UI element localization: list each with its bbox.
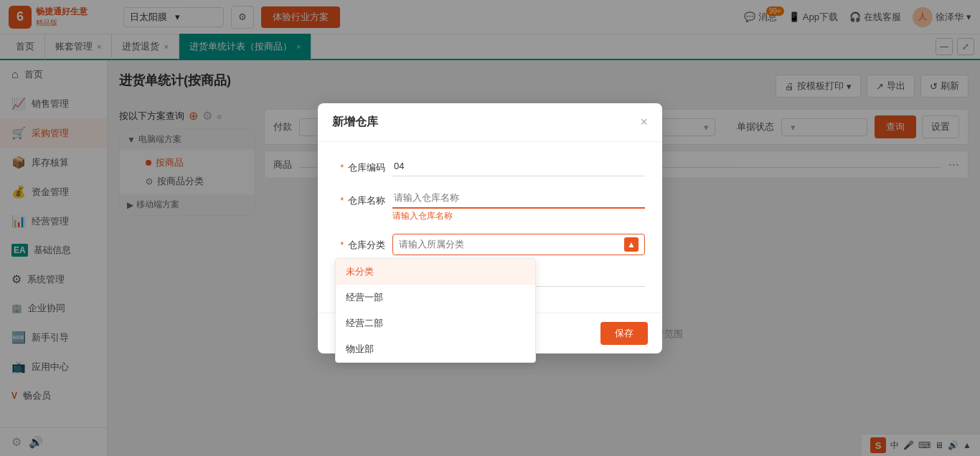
category-dropdown: 未分类 经营一部 经营二部 物业部: [335, 258, 536, 363]
save-button[interactable]: 保存: [600, 322, 648, 345]
name-input[interactable]: [392, 188, 645, 209]
code-input[interactable]: [392, 156, 645, 176]
name-error-msg: 请输入仓库名称: [392, 210, 453, 222]
code-label: * 仓库编码: [335, 156, 392, 174]
new-warehouse-modal: 新增仓库 × * 仓库编码 * 仓库名称: [318, 103, 662, 353]
modal-title: 新增仓库: [332, 115, 378, 130]
form-row-code: * 仓库编码: [335, 156, 645, 176]
modal-close-button[interactable]: ×: [640, 115, 648, 130]
category-label: * 仓库分类: [335, 234, 392, 252]
form-row-name: * 仓库名称 请输入仓库名称: [335, 188, 645, 222]
modal-body: * 仓库编码 * 仓库名称 请输入仓库名称: [318, 142, 662, 313]
form-row-category: * 仓库分类 ▲ 未分类 经营一部 经营二部 物业部: [335, 234, 645, 255]
modal-overlay: 新增仓库 × * 仓库编码 * 仓库名称: [0, 0, 980, 456]
category-input-wrap[interactable]: ▲: [392, 234, 645, 255]
dropdown-item-property[interactable]: 物业部: [336, 336, 535, 362]
category-chevron-up-icon[interactable]: ▲: [624, 237, 639, 252]
dropdown-item-dept1[interactable]: 经营一部: [336, 285, 535, 310]
dropdown-item-uncategorized[interactable]: 未分类: [336, 259, 535, 285]
dropdown-item-dept2[interactable]: 经营二部: [336, 310, 535, 336]
name-label: * 仓库名称: [335, 189, 392, 207]
modal-header: 新增仓库 ×: [318, 103, 662, 142]
category-input[interactable]: [399, 239, 624, 250]
